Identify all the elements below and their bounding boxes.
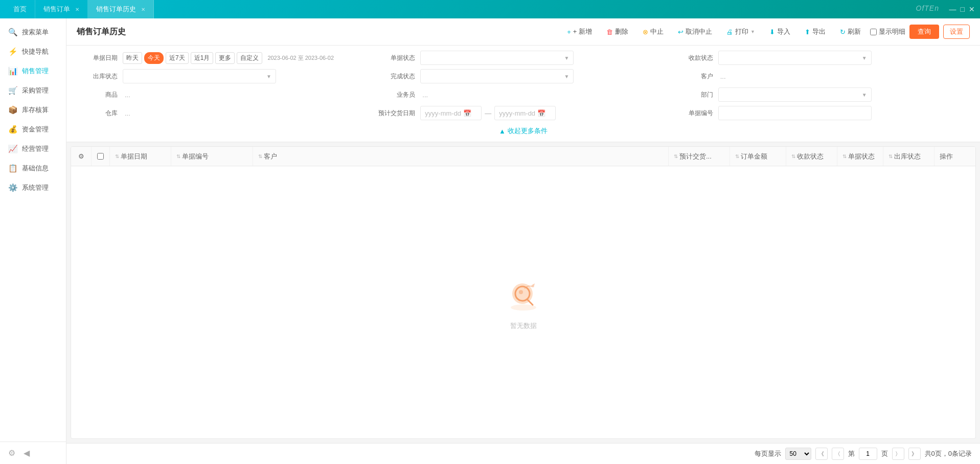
goods-dots[interactable]: ...: [123, 91, 132, 99]
order-status-label: 单据状态: [374, 54, 420, 62]
customer-control: ...: [718, 73, 970, 80]
delivery-date-start[interactable]: yyyy-mm-dd 📅: [420, 106, 482, 120]
date-more[interactable]: 更多: [215, 52, 235, 64]
stop-label: 中止: [650, 27, 664, 36]
sidebar-item-finance[interactable]: 💰 资金管理: [0, 120, 66, 139]
sidebar-item-search[interactable]: 🔍 搜索菜单: [0, 23, 66, 42]
th-status[interactable]: ⇅ 单据状态: [837, 147, 883, 166]
th-order-label: 单据编号: [182, 152, 209, 161]
delete-button[interactable]: 🗑 删除: [601, 25, 633, 38]
page-title: 销售订单历史: [77, 27, 126, 37]
th-order-no[interactable]: ⇅ 单据编号: [171, 147, 253, 166]
content-area: 销售订单历史 + + 新增 🗑 删除 ⊗ 中止 ↩: [66, 18, 980, 464]
system-icon: ⚙️: [8, 183, 18, 192]
display-detail-check[interactable]: [870, 29, 877, 35]
page-number-input[interactable]: [859, 448, 877, 460]
sort-date-icon: ⇅: [115, 153, 119, 159]
refresh-button[interactable]: ↻ 刷新: [835, 25, 866, 38]
prev-page-button[interactable]: 〈: [832, 448, 844, 460]
th-date[interactable]: ⇅ 单据日期: [110, 147, 171, 166]
order-status-select[interactable]: ▼: [420, 51, 574, 65]
export-button[interactable]: ⬆ 导出: [800, 25, 831, 38]
department-label: 部门: [672, 91, 718, 99]
order-no-input[interactable]: [718, 106, 872, 120]
sidebar-settings-icon[interactable]: ⚙: [8, 448, 15, 458]
new-button[interactable]: + + 新增: [562, 25, 597, 38]
tab-sales-history[interactable]: 销售订单历史 ✕: [88, 0, 154, 18]
settings-button[interactable]: 设置: [943, 25, 970, 39]
salesperson-control: ...: [420, 91, 672, 99]
empty-icon: [503, 274, 544, 315]
sidebar-item-operations-label: 经营管理: [22, 144, 49, 153]
export-icon: ⬆: [805, 28, 810, 36]
collapse-row[interactable]: ▲ 收起更多条件: [77, 124, 970, 137]
delivery-date-label: 预计交货日期: [374, 109, 420, 118]
tab-home-label: 首页: [13, 5, 27, 14]
th-warehouse[interactable]: ⇅ 出库状态: [883, 147, 935, 166]
maximize-icon[interactable]: □: [961, 5, 965, 13]
close-window-icon[interactable]: ✕: [969, 5, 975, 13]
date-today[interactable]: 今天: [144, 52, 164, 64]
payment-status-select[interactable]: ▼: [718, 51, 872, 65]
settings-col-icon: ⚙: [78, 152, 84, 160]
delivery-date-start-text: yyyy-mm-dd: [425, 109, 461, 117]
select-all-checkbox[interactable]: [97, 153, 104, 160]
cancel-stop-button[interactable]: ↩ 取消中止: [673, 25, 717, 38]
sidebar-item-inventory[interactable]: 📦 库存核算: [0, 100, 66, 120]
department-select[interactable]: ▼: [718, 87, 872, 102]
search-icon: 🔍: [8, 28, 18, 37]
table-header: ⚙ ⇅ 单据日期 ⇅ 单据编号 ⇅ 客户 ⇅: [71, 147, 975, 166]
sidebar-item-system[interactable]: ⚙️ 系统管理: [0, 178, 66, 197]
sort-customer-icon: ⇅: [258, 153, 262, 159]
sidebar-collapse-icon[interactable]: ◀: [24, 448, 30, 458]
sort-status-icon: ⇅: [842, 153, 847, 159]
complete-status-select[interactable]: ▼: [420, 69, 574, 83]
th-settings[interactable]: ⚙: [71, 147, 92, 166]
sidebar-item-purchase[interactable]: 🛒 采购管理: [0, 81, 66, 100]
next-page-button[interactable]: 〉: [892, 448, 904, 460]
filter-row-3: 商品 ... 业务员 ... 部门 ▼: [77, 87, 970, 102]
th-status-label: 单据状态: [848, 152, 875, 161]
tab-sales-order-close[interactable]: ✕: [75, 7, 79, 12]
order-status-arrow: ▼: [564, 55, 569, 61]
th-action-label: 操作: [940, 152, 953, 161]
sidebar-item-inventory-label: 库存核算: [22, 105, 49, 115]
purchase-icon: 🛒: [8, 86, 18, 95]
th-amount[interactable]: ⇅ 订单金额: [730, 147, 786, 166]
th-payment[interactable]: ⇅ 收款状态: [786, 147, 837, 166]
sidebar-item-operations[interactable]: 📈 经营管理: [0, 139, 66, 159]
delivery-date-end-text: yyyy-mm-dd: [499, 109, 535, 117]
date-yesterday[interactable]: 昨天: [123, 52, 142, 64]
table-container: ⚙ ⇅ 单据日期 ⇅ 单据编号 ⇅ 客户 ⇅: [71, 146, 976, 439]
page-header: 销售订单历史 + + 新增 🗑 删除 ⊗ 中止 ↩: [66, 18, 980, 46]
warehouse-control: ...: [123, 109, 374, 117]
last-page-button[interactable]: 》: [908, 448, 921, 460]
print-button[interactable]: 🖨 打印 ▼: [721, 25, 760, 38]
date-custom[interactable]: 自定义: [237, 52, 262, 64]
date-1month[interactable]: 近1月: [191, 52, 214, 64]
th-customer[interactable]: ⇅ 客户: [253, 147, 669, 166]
search-button[interactable]: 查询: [909, 25, 939, 39]
warehouse-status-select[interactable]: ▼: [123, 69, 276, 83]
th-delivery[interactable]: ⇅ 预计交货...: [669, 147, 730, 166]
sidebar-item-base-info[interactable]: 📋 基础信息: [0, 159, 66, 178]
minimize-icon[interactable]: —: [949, 5, 956, 13]
print-dropdown-icon: ▼: [750, 29, 755, 34]
salesperson-dots[interactable]: ...: [420, 91, 430, 99]
delivery-date-end[interactable]: yyyy-mm-dd 📅: [494, 106, 556, 120]
date-7days[interactable]: 近7天: [166, 52, 189, 64]
per-page-select[interactable]: 50 10 20 100: [785, 448, 811, 460]
stop-button[interactable]: ⊗ 中止: [637, 25, 669, 38]
customer-dots[interactable]: ...: [718, 73, 728, 80]
tab-sales-order[interactable]: 销售订单 ✕: [35, 0, 88, 18]
tab-home[interactable]: 首页: [5, 0, 35, 18]
warehouse-dots[interactable]: ...: [123, 109, 132, 117]
sidebar-item-quick-nav[interactable]: ⚡ 快捷导航: [0, 42, 66, 61]
first-page-button[interactable]: 《: [815, 448, 828, 460]
tab-sales-history-close[interactable]: ✕: [141, 7, 145, 12]
th-check[interactable]: [92, 147, 110, 166]
sidebar-item-sales[interactable]: 📊 销售管理: [0, 61, 66, 81]
display-detail-checkbox[interactable]: 显示明细: [870, 27, 905, 36]
cancel-stop-icon: ↩: [678, 28, 683, 36]
import-button[interactable]: ⬇ 导入: [764, 25, 795, 38]
